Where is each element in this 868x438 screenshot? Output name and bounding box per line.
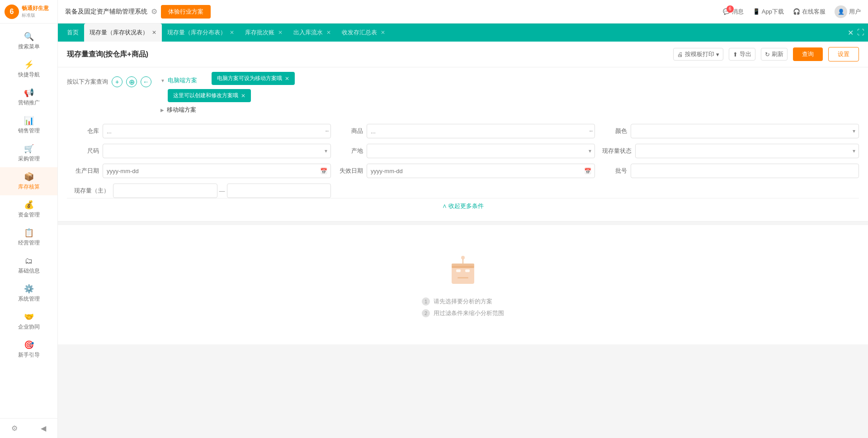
expire-date-cal-icon[interactable]: 📅 bbox=[584, 168, 591, 174]
filter-row-4: 现存量（主） — bbox=[74, 184, 859, 198]
tab-batch-ledger[interactable]: 库存批次账 ✕ bbox=[240, 24, 288, 42]
enterprise-icon: 🤝 bbox=[24, 312, 34, 322]
empty-area: 1 请先选择要分析的方案 2 用过滤条件来缩小分析范围 bbox=[58, 225, 868, 344]
query-button[interactable]: 查询 bbox=[793, 47, 823, 61]
sidebar-item-management[interactable]: 📋 经营管理 bbox=[0, 223, 57, 251]
produce-date-label: 生产日期 bbox=[74, 167, 99, 175]
empty-illustration bbox=[440, 252, 486, 288]
batch-label: 批号 bbox=[602, 167, 627, 175]
tab-stock-dist[interactable]: 现存量（库存分布表） ✕ bbox=[162, 24, 240, 42]
stock-qty-label: 现存量（主） bbox=[74, 187, 109, 195]
online-service-action[interactable]: 🎧 在线客服 bbox=[793, 8, 826, 16]
tab-stock-status[interactable]: 现存量（库存状况表） ✕ bbox=[84, 24, 162, 42]
svg-point-6 bbox=[461, 256, 465, 259]
sidebar-item-search[interactable]: 🔍 搜索菜单 bbox=[0, 27, 57, 55]
print-dropdown-icon: ▾ bbox=[716, 51, 719, 58]
tab-close-stock-status[interactable]: ✕ bbox=[152, 29, 156, 36]
sidebar: 6 畅通好生意 标准版 🔍 搜索菜单 ⚡ 快捷导航 📢 营销推广 📊 销售管理 … bbox=[0, 0, 58, 438]
filter-cell-warehouse: 仓库 ··· bbox=[74, 124, 331, 138]
origin-select[interactable] bbox=[367, 144, 595, 158]
system-title: 装备及固定资产辅助管理系统 bbox=[65, 8, 147, 16]
phone-icon: 📱 bbox=[753, 8, 760, 15]
tab-close-collect-summary[interactable]: ✕ bbox=[381, 29, 385, 36]
sidebar-item-purchase[interactable]: 🛒 采购管理 bbox=[0, 139, 57, 167]
finance-icon: 💰 bbox=[24, 200, 34, 210]
tab-close-batch-ledger[interactable]: ✕ bbox=[278, 29, 283, 36]
print-button[interactable]: 🖨 按模板打印 ▾ bbox=[673, 48, 723, 61]
expire-date-input-wrap: 📅 bbox=[367, 164, 595, 178]
expire-date-input[interactable] bbox=[367, 164, 595, 178]
logo-text: 畅通好生意 标准版 bbox=[22, 5, 49, 18]
back-scheme-button[interactable]: ← bbox=[141, 76, 151, 87]
empty-step-2: 2 用过滤条件来缩小分析范围 bbox=[422, 309, 504, 317]
user-action[interactable]: 👤 用户 bbox=[835, 5, 861, 18]
tab-home[interactable]: 首页 bbox=[61, 24, 84, 42]
sidebar-nav: 🔍 搜索菜单 ⚡ 快捷导航 📢 营销推广 📊 销售管理 🛒 采购管理 📦 库存核… bbox=[0, 24, 57, 418]
tooltip-pc-scheme: 电脑方案可设为移动方案哦 ✕ bbox=[212, 72, 295, 85]
page-actions: 🖨 按模板打印 ▾ ⬆ 导出 ↻ 刷新 查询 设置 bbox=[673, 47, 859, 61]
expire-date-label: 失效日期 bbox=[338, 167, 363, 175]
settings-bottom-icon[interactable]: ⚙ bbox=[11, 424, 18, 433]
copy-scheme-button[interactable]: ⊕ bbox=[126, 76, 137, 87]
system-settings-icon[interactable]: ⚙ bbox=[151, 7, 157, 16]
sidebar-item-sales[interactable]: 📊 销售管理 bbox=[0, 111, 57, 139]
tab-bar-right: ✕ ⛶ bbox=[848, 28, 864, 37]
header-left: 装备及固定资产辅助管理系统 ⚙ 体验行业方案 bbox=[65, 5, 211, 19]
sidebar-item-guide[interactable]: 🎯 新手引导 bbox=[0, 335, 57, 363]
tooltip-edit-close[interactable]: ✕ bbox=[241, 93, 245, 99]
stock-qty-max-input[interactable] bbox=[227, 184, 331, 198]
sidebar-item-quick[interactable]: ⚡ 快捷导航 bbox=[0, 55, 57, 83]
size-select[interactable] bbox=[103, 144, 331, 158]
scheme-arrow-mobile: ▶ bbox=[160, 108, 164, 113]
tab-close-in-out-flow[interactable]: ✕ bbox=[326, 29, 331, 36]
add-scheme-button[interactable]: + bbox=[112, 76, 123, 87]
svg-rect-3 bbox=[465, 269, 470, 272]
filter-cell-goods: 商品 ··· bbox=[338, 124, 595, 138]
produce-date-input[interactable] bbox=[103, 164, 331, 178]
purchase-icon: 🛒 bbox=[24, 144, 34, 154]
sales-icon: 📊 bbox=[24, 116, 34, 126]
collapse-sidebar-icon[interactable]: ◀ bbox=[41, 424, 46, 433]
trial-button[interactable]: 体验行业方案 bbox=[161, 5, 211, 19]
sidebar-bottom: ⚙ ◀ bbox=[0, 418, 57, 438]
sidebar-item-marketing[interactable]: 📢 营销推广 bbox=[0, 83, 57, 111]
goods-dots-icon: ··· bbox=[589, 127, 592, 135]
fullscreen-icon[interactable]: ⛶ bbox=[857, 28, 864, 37]
notification-action[interactable]: 💬 6 消息 bbox=[723, 8, 744, 16]
goods-input-wrap: ··· bbox=[367, 124, 595, 138]
close-all-tabs-icon[interactable]: ✕ bbox=[848, 28, 854, 37]
warehouse-input-wrap: ··· bbox=[103, 124, 331, 138]
export-button[interactable]: ⬆ 导出 bbox=[729, 48, 755, 61]
stock-status-select[interactable] bbox=[635, 144, 859, 158]
scheme-item-mobile[interactable]: ▶ 移动端方案 bbox=[157, 104, 251, 116]
refresh-button[interactable]: ↻ 刷新 bbox=[761, 48, 788, 61]
tab-collect-summary[interactable]: 收发存汇总表 ✕ bbox=[336, 24, 391, 42]
goods-input[interactable] bbox=[367, 124, 595, 138]
batch-input[interactable] bbox=[631, 164, 859, 178]
warehouse-dots-icon: ··· bbox=[325, 127, 328, 135]
sidebar-item-finance[interactable]: 💰 资金管理 bbox=[0, 195, 57, 223]
stock-status-label: 现存量状态 bbox=[602, 147, 632, 155]
tooltip-pc-close[interactable]: ✕ bbox=[285, 75, 289, 82]
collapse-bar[interactable]: ∧ 收起更多条件 bbox=[67, 198, 859, 214]
tab-bar: 首页 现存量（库存状况表） ✕ 现存量（库存分布表） ✕ 库存批次账 ✕ 出入库… bbox=[58, 24, 868, 42]
sidebar-item-basic[interactable]: 🗂 基础信息 bbox=[0, 251, 57, 279]
svg-rect-0 bbox=[452, 266, 474, 284]
service-icon: 🎧 bbox=[793, 8, 800, 15]
scheme-arrow-pc: ▼ bbox=[160, 78, 165, 83]
produce-date-cal-icon[interactable]: 📅 bbox=[320, 168, 327, 174]
stock-qty-min-input[interactable] bbox=[113, 184, 217, 198]
sidebar-item-system[interactable]: ⚙️ 系统管理 bbox=[0, 279, 57, 307]
guide-icon: 🎯 bbox=[24, 340, 34, 350]
warehouse-input[interactable] bbox=[103, 124, 331, 138]
logo-icon: 6 bbox=[5, 5, 19, 19]
filter-row-1: 仓库 ··· 商品 ··· 颜色 bbox=[74, 124, 859, 138]
page-title: 现存量查询(按仓库+商品) bbox=[67, 50, 148, 59]
sidebar-item-inventory[interactable]: 📦 库存核算 bbox=[0, 167, 57, 195]
sidebar-item-enterprise[interactable]: 🤝 企业协同 bbox=[0, 307, 57, 335]
tab-in-out-flow[interactable]: 出入库流水 ✕ bbox=[288, 24, 336, 42]
set-button[interactable]: 设置 bbox=[828, 47, 859, 61]
app-download-action[interactable]: 📱 App下载 bbox=[753, 8, 784, 16]
tab-close-stock-dist[interactable]: ✕ bbox=[230, 29, 234, 36]
color-select[interactable] bbox=[631, 124, 859, 138]
